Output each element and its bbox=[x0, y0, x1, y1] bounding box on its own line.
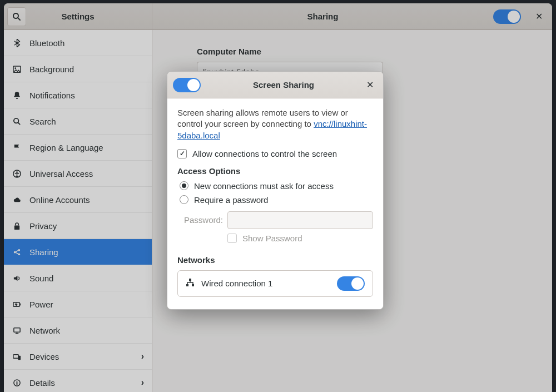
screen-sharing-toggle[interactable] bbox=[173, 78, 201, 92]
password-row: Password: bbox=[184, 211, 373, 229]
radio-password-label: Require a password bbox=[194, 195, 268, 205]
svg-rect-20 bbox=[192, 284, 194, 286]
svg-rect-19 bbox=[186, 284, 188, 286]
wired-network-icon bbox=[186, 278, 195, 289]
password-label: Password: bbox=[184, 215, 223, 225]
radio-ask-label: New connections must ask for access bbox=[194, 181, 334, 191]
radio-password-row[interactable]: Require a password bbox=[177, 195, 373, 205]
allow-control-row[interactable]: Allow connections to control the screen bbox=[177, 149, 373, 158]
show-password-checkbox bbox=[227, 234, 237, 243]
dialog-title: Screen Sharing bbox=[201, 80, 366, 90]
screen-sharing-dialog: Screen Sharing ✕ Screen sharing allows r… bbox=[167, 71, 384, 310]
network-toggle[interactable] bbox=[337, 276, 365, 291]
networks-heading: Networks bbox=[177, 255, 373, 265]
radio-ask[interactable] bbox=[180, 181, 188, 190]
network-row: Wired connection 1 bbox=[177, 270, 373, 297]
close-icon: ✕ bbox=[366, 80, 374, 90]
svg-rect-18 bbox=[189, 279, 191, 281]
radio-password[interactable] bbox=[180, 195, 188, 204]
network-name: Wired connection 1 bbox=[201, 279, 272, 288]
radio-ask-row[interactable]: New connections must ask for access bbox=[177, 181, 373, 191]
show-password-label: Show Password bbox=[242, 234, 302, 243]
dialog-body: Screen sharing allows remote users to vi… bbox=[167, 98, 383, 309]
dialog-header: Screen Sharing ✕ bbox=[167, 72, 383, 98]
password-input bbox=[227, 211, 373, 229]
access-options-heading: Access Options bbox=[177, 166, 373, 176]
dialog-description: Screen sharing allows remote users to vi… bbox=[177, 107, 373, 141]
dialog-close-button[interactable]: ✕ bbox=[366, 80, 378, 90]
allow-control-label: Allow connections to control the screen bbox=[192, 149, 337, 158]
allow-control-checkbox[interactable] bbox=[177, 149, 187, 158]
show-password-row: Show Password bbox=[227, 234, 373, 243]
